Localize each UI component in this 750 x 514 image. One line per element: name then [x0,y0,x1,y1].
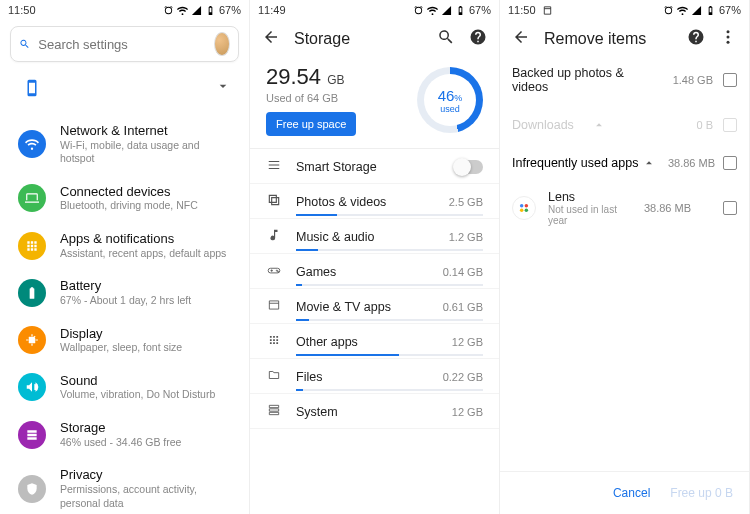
category-photos[interactable]: Photos & videos 2.5 GB [250,184,499,219]
category-label: Games [296,265,429,279]
phone-remove-items: 11:50 67% Remove items Backed up photos … [500,0,750,514]
category-bar [296,249,483,251]
sound-icon [18,373,46,401]
setting-connected-devices[interactable]: Connected devicesBluetooth, driving mode… [0,175,249,222]
category-system[interactable]: System 12 GB [250,394,499,429]
wifi-icon [427,5,438,16]
setting-title: Storage [60,420,181,436]
games-icon [266,263,282,281]
checkbox[interactable] [723,73,737,87]
row-backed-up[interactable]: Backed up photos & videos 1.48 GB [500,54,749,106]
svg-point-5 [520,209,524,213]
row-size: 0 B [697,119,714,131]
free-up-button[interactable]: Free up 0 B [670,486,733,500]
battery-percent: 67% [219,4,241,16]
setting-title: Network & Internet [60,123,231,139]
suggestion-row[interactable] [0,66,249,110]
setting-title: Battery [60,278,191,294]
row-infrequent-apps[interactable]: Infrequently used apps 38.86 MB [500,144,749,182]
search-button[interactable] [437,28,455,50]
setting-display[interactable]: DisplayWallpaper, sleep, font size [0,317,249,364]
row-downloads: Downloads 0 B [500,106,749,144]
app-size: 38.86 MB [644,202,691,214]
status-bar: 11:50 67% [500,0,749,20]
list-icon [266,158,282,176]
battery-percent: 67% [469,4,491,16]
smart-storage-toggle[interactable] [455,160,483,174]
alarm-icon [413,5,424,16]
status-bar: 11:50 67% [0,0,249,20]
ring-percent: 46 [438,87,455,104]
movie-icon [266,298,282,316]
storage-summary: 29.54 GB Used of 64 GB Free up space 46%… [250,54,499,148]
ring-percent-unit: % [454,93,462,103]
back-button[interactable] [512,28,530,50]
checkbox[interactable] [723,201,737,215]
help-button[interactable] [469,28,487,50]
setting-sub: Volume, vibration, Do Not Disturb [60,388,215,402]
devices-icon [18,184,46,212]
cancel-button[interactable]: Cancel [613,486,650,500]
category-music[interactable]: Music & audio 1.2 GB [250,219,499,254]
avatar[interactable] [214,32,230,56]
setting-privacy[interactable]: PrivacyPermissions, account activity, pe… [0,458,249,514]
setting-sound[interactable]: SoundVolume, vibration, Do Not Disturb [0,364,249,411]
svg-point-3 [520,204,524,208]
calendar-icon [542,5,553,16]
category-bar [296,319,483,321]
checkbox[interactable] [723,156,737,170]
category-list: Smart Storage Photos & videos 2.5 GB Mus… [250,148,499,429]
battery-icon [705,5,716,16]
category-bar [296,389,483,391]
app-row-lens[interactable]: Lens Not used in last year 38.86 MB [500,182,749,234]
setting-apps[interactable]: Apps & notificationsAssistant, recent ap… [0,222,249,269]
category-size: 12 GB [452,336,483,348]
search-input[interactable] [38,37,206,52]
category-other-apps[interactable]: Other apps 12 GB [250,324,499,359]
battery-icon [205,5,216,16]
page-title: Remove items [544,30,673,48]
svg-point-1 [727,36,730,39]
setting-title: Connected devices [60,184,198,200]
display-icon [18,326,46,354]
free-up-space-button[interactable]: Free up space [266,112,356,136]
setting-title: Display [60,326,182,342]
phone-settings: 11:50 67% Network & InternetWi-Fi, mobil… [0,0,250,514]
wifi-icon [18,130,46,158]
status-icons: 67% [413,4,491,16]
category-movie-tv[interactable]: Movie & TV apps 0.61 GB [250,289,499,324]
status-icons: 67% [163,4,241,16]
svg-point-4 [525,204,529,208]
overflow-button[interactable] [719,28,737,50]
setting-battery[interactable]: Battery67% - About 1 day, 2 hrs left [0,269,249,316]
clock: 11:50 [8,4,36,16]
back-button[interactable] [262,28,280,50]
category-size: 12 GB [452,406,483,418]
battery-percent: 67% [719,4,741,16]
chevron-up-icon [642,156,656,170]
checkbox [723,118,737,132]
setting-storage[interactable]: Storage46% used - 34.46 GB free [0,411,249,458]
help-button[interactable] [687,28,705,50]
setting-sub: Bluetooth, driving mode, NFC [60,199,198,213]
status-icons: 67% [663,4,741,16]
battery-icon [455,5,466,16]
signal-icon [441,5,452,16]
setting-sub: Wallpaper, sleep, font size [60,341,182,355]
setting-title: Privacy [60,467,231,483]
category-files[interactable]: Files 0.22 GB [250,359,499,394]
category-smart-storage[interactable]: Smart Storage [250,149,499,184]
category-label: Photos & videos [296,195,435,209]
svg-point-2 [727,41,730,44]
category-bar [296,284,483,286]
row-label: Infrequently used apps [512,156,642,170]
setting-network[interactable]: Network & InternetWi-Fi, mobile, data us… [0,114,249,175]
usage-ring: 46% used [417,67,483,133]
phone-icon [18,74,46,102]
used-amount: 29.54 [266,64,321,89]
setting-title: Apps & notifications [60,231,226,247]
apps-icon [266,333,282,351]
category-games[interactable]: Games 0.14 GB [250,254,499,289]
search-bar[interactable] [10,26,239,62]
system-icon [266,403,282,421]
